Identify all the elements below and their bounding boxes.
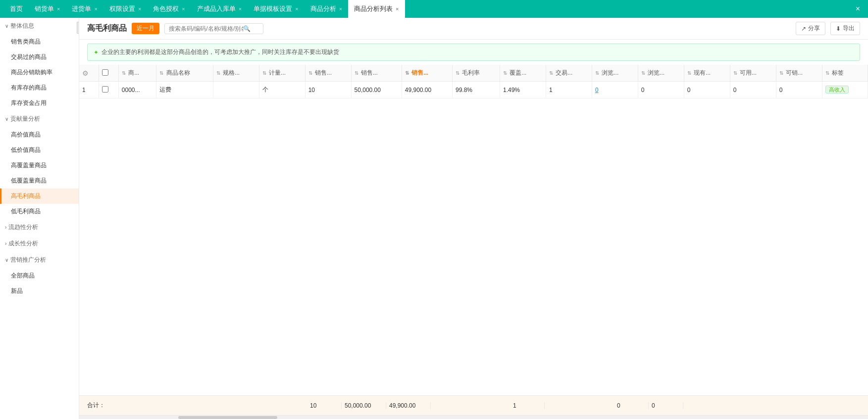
sort-icon[interactable]: ⇅ (595, 70, 599, 76)
nav-product-analysis-list[interactable]: 商品分析列表 × (348, 0, 405, 18)
footer-sales-amount: 50,000.00 (342, 402, 386, 409)
content-header: 高毛利商品 近一月 🔍 ↗ 分享 ⬇ 导出 (79, 18, 868, 40)
col-settings: ⚙ (79, 65, 99, 82)
export-button[interactable]: ⬇ 导出 (830, 22, 860, 35)
footer-transactions: 1 (510, 402, 545, 409)
table-row: 1 0000... 运费 (79, 82, 868, 98)
sort-icon[interactable]: ⇅ (641, 70, 645, 76)
close-product-analysis-list[interactable]: × (396, 6, 399, 12)
nav-permission-settings[interactable]: 权限设置 × (103, 0, 147, 18)
sort-icon[interactable]: ⇅ (733, 70, 737, 76)
sidebar-group-growth[interactable]: › 成长性分析 (0, 235, 79, 252)
sort-icon[interactable]: ⇅ (122, 70, 126, 76)
main-layout: « ∨ 整体信息 销售类商品 交易过的商品 商品分销助购率 有库存的商品 库存资… (0, 18, 868, 419)
col-unit-header: ⇅ 计量... (259, 65, 305, 82)
sidebar-item-high-margin[interactable]: 高毛利商品 (0, 188, 79, 204)
footer-total-label: 合计： (79, 401, 178, 410)
settings-icon[interactable]: ⚙ (82, 69, 89, 77)
close-role-auth[interactable]: × (182, 6, 185, 12)
search-box: 🔍 (164, 23, 263, 34)
col-sellable-header: ⇅ 可销... (776, 65, 822, 82)
sidebar-item-traded-goods[interactable]: 交易过的商品 (0, 49, 79, 65)
search-icon[interactable]: 🔍 (243, 25, 251, 32)
sort-icon[interactable]: ⇅ (687, 70, 691, 76)
close-permission-settings[interactable]: × (138, 6, 141, 12)
sidebar-group-marketing[interactable]: ∨ 营销推广分析 (0, 252, 79, 268)
table-header-row: ⚙ ⇅ 商... ⇅ 商品名称 (79, 65, 868, 82)
sort-icon[interactable]: ⇅ (825, 70, 829, 76)
footer-available-stock: 0 (649, 402, 683, 409)
row-checkbox[interactable] (102, 86, 108, 93)
sidebar-item-distribution-rate[interactable]: 商品分销助购率 (0, 65, 79, 80)
nav-product-inbound[interactable]: 产成品入库单 × (191, 0, 248, 18)
nav-template-settings[interactable]: 单据模板设置 × (248, 0, 304, 18)
col-checkbox (99, 65, 118, 82)
cell-sales-amount: 50,000.00 (351, 82, 402, 98)
nav-home[interactable]: 首页 (4, 0, 29, 18)
close-purchase-order[interactable]: × (94, 6, 97, 12)
footer-sales-profit: 49,900.00 (386, 402, 431, 409)
info-banner: ✦ 企业的主要的利润都是这部分商品创造的，可考虑加大推广，同时关注库存是不要出现… (87, 44, 860, 61)
nav-purchase-order[interactable]: 进货单 × (66, 0, 103, 18)
sidebar-item-high-value[interactable]: 高价值商品 (0, 127, 79, 142)
cell-sales-profit: 49,900.00 (402, 82, 452, 98)
sidebar-group-contribution-items: 高价值商品 低价值商品 高覆盖量商品 低覆盖量商品 高毛利商品 低毛利商品 (0, 127, 79, 219)
sidebar-item-low-margin[interactable]: 低毛利商品 (0, 204, 79, 219)
footer-total: 合计： 10 50,000.00 49,900.00 1 0 0 (79, 395, 868, 415)
cell-views1: 0 (592, 82, 638, 98)
sort-icon[interactable]: ⇅ (503, 70, 507, 76)
page-title: 高毛利商品 (87, 23, 127, 34)
nav-role-auth[interactable]: 角色授权 × (147, 0, 191, 18)
close-template-settings[interactable]: × (295, 6, 298, 12)
close-sales-order[interactable]: × (57, 6, 60, 12)
sort-icon[interactable]: ⇅ (355, 70, 358, 76)
close-window-button[interactable]: × (852, 4, 864, 13)
sidebar-item-high-coverage[interactable]: 高覆盖量商品 (0, 158, 79, 173)
top-navigation: 首页 销货单 × 进货单 × 权限设置 × 角色授权 × 产成品入库单 × 单据… (0, 0, 868, 18)
footer-sales-qty: 10 (307, 402, 342, 409)
search-input[interactable] (169, 25, 243, 32)
close-product-analysis[interactable]: × (339, 6, 342, 12)
col-spec-header: ⇅ 规格... (213, 65, 259, 82)
select-all-checkbox[interactable] (102, 69, 108, 76)
cell-sales-qty: 10 (305, 82, 351, 98)
nav-sales-order[interactable]: 销货单 × (29, 0, 66, 18)
tag-badge: 高收入 (825, 86, 849, 93)
sidebar-item-in-stock-goods[interactable]: 有库存的商品 (0, 80, 79, 95)
filter-recent-month-button[interactable]: 近一月 (132, 23, 159, 34)
footer-current-stock: 0 (614, 402, 649, 409)
sidebar-item-low-value[interactable]: 低价值商品 (0, 142, 79, 158)
sort-icon[interactable]: ⇅ (308, 70, 312, 76)
chevron-right-icon-2: › (5, 241, 6, 246)
sidebar-group-contribution[interactable]: ∨ 贡献量分析 (0, 111, 79, 127)
chevron-down-icon-3: ∨ (5, 257, 8, 263)
cell-sellable: 0 (776, 82, 822, 98)
sort-icon[interactable]: ⇅ (549, 70, 553, 76)
cell-index: 1 (79, 82, 99, 98)
sort-icon[interactable]: ⇅ (779, 70, 783, 76)
horizontal-scrollbar[interactable] (79, 415, 868, 419)
sort-icon[interactable]: ⇅ (216, 70, 220, 76)
sidebar-item-new-goods[interactable]: 新品 (0, 283, 79, 299)
col-coverage-header: ⇅ 覆盖... (500, 65, 546, 82)
nav-product-analysis[interactable]: 商品分析 × (305, 0, 348, 18)
sort-icon[interactable]: ⇅ (405, 70, 409, 76)
close-product-inbound[interactable]: × (239, 6, 242, 12)
sidebar-group-overall[interactable]: ∨ 整体信息 (0, 18, 79, 34)
share-button[interactable]: ↗ 分享 (796, 22, 825, 35)
cell-name: 运费 (156, 82, 213, 98)
sidebar-group-trend[interactable]: › 流趋性分析 (0, 219, 79, 235)
sort-icon[interactable]: ⇅ (456, 70, 460, 76)
sort-icon[interactable]: ⇅ (262, 70, 266, 76)
sidebar-item-sales-goods[interactable]: 销售类商品 (0, 34, 79, 49)
sort-icon[interactable]: ⇅ (159, 70, 163, 76)
scrollbar-thumb[interactable] (178, 416, 277, 419)
sidebar-item-stock-capital[interactable]: 库存资金占用 (0, 95, 79, 111)
sidebar-collapse-button[interactable]: « (77, 22, 79, 34)
sidebar-item-low-coverage[interactable]: 低覆盖量商品 (0, 173, 79, 188)
col-name-header: ⇅ 商品名称 (156, 65, 213, 82)
cell-checkbox (99, 82, 118, 98)
cell-transactions: 1 (546, 82, 592, 98)
data-table: ⚙ ⇅ 商... ⇅ 商品名称 (79, 65, 868, 98)
sidebar-item-all-goods[interactable]: 全部商品 (0, 268, 79, 283)
